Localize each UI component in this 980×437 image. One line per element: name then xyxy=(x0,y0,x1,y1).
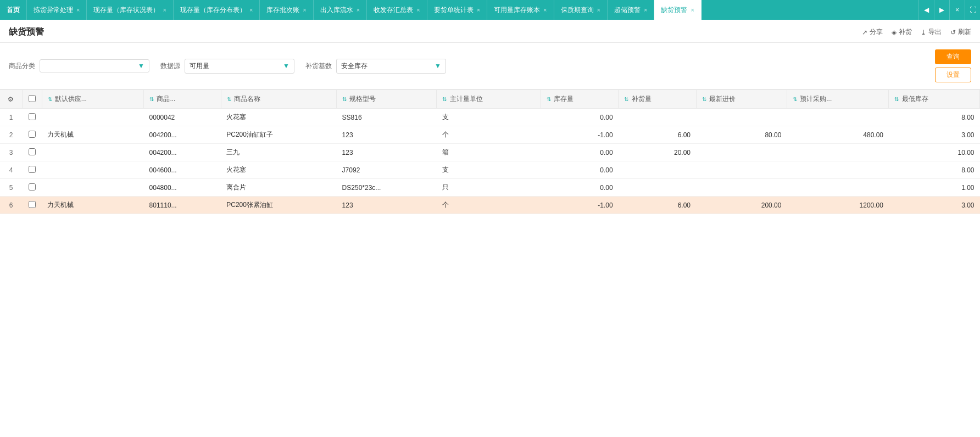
tab-nav-buttons: ◀ ▶ × ⛶ xyxy=(918,0,980,20)
col-spec[interactable]: ⇅ 规格型号 xyxy=(337,90,437,109)
tab-next-button[interactable]: ▶ xyxy=(934,0,949,20)
row-latest-price xyxy=(696,161,787,179)
row-product-code: 004800... xyxy=(144,179,221,197)
col-settings[interactable]: ⚙ xyxy=(0,90,22,109)
settings-button[interactable]: 设置 xyxy=(935,68,971,82)
tab-collect[interactable]: 收发存汇总表 × xyxy=(367,0,427,20)
row-checkbox[interactable] xyxy=(29,148,36,155)
share-button[interactable]: ↗ 分享 xyxy=(862,27,883,37)
row-checkbox-cell[interactable] xyxy=(22,109,42,126)
tab-overstock[interactable]: 超储预警 × xyxy=(608,0,654,20)
row-product-name: 火花塞 xyxy=(221,161,336,179)
row-latest-price: 80.00 xyxy=(696,126,787,144)
tab-inventory-dist-close[interactable]: × xyxy=(249,7,253,13)
tab-abnormal[interactable]: 拣货异常处理 × xyxy=(27,0,87,20)
tab-collect-close[interactable]: × xyxy=(416,7,420,13)
row-checkbox[interactable] xyxy=(29,183,36,191)
row-stock: 0.00 xyxy=(541,161,618,179)
tab-inventory-status-label: 现存量（库存状况表） xyxy=(93,5,159,15)
row-checkbox-cell[interactable] xyxy=(22,144,42,161)
row-checkbox[interactable] xyxy=(29,131,36,138)
tab-abnormal-label: 拣货异常处理 xyxy=(34,5,73,15)
col-replenish-qty[interactable]: ⇅ 补货量 xyxy=(619,90,696,109)
col-forecast-purchase[interactable]: ⇅ 预计采购... xyxy=(787,90,889,109)
col-supplier-label: 默认供应... xyxy=(55,95,87,103)
filter-datasource-group: 数据源 可用量 ▼ xyxy=(160,59,294,74)
tab-requisition[interactable]: 要货单统计表 × xyxy=(427,0,487,20)
tab-requisition-label: 要货单统计表 xyxy=(434,5,474,15)
table-settings-icon[interactable]: ⚙ xyxy=(8,96,14,103)
row-checkbox-cell[interactable] xyxy=(22,126,42,144)
replenish-base-value: 安全库存 xyxy=(341,61,368,71)
tab-home[interactable]: 首页 xyxy=(0,0,27,20)
share-label: 分享 xyxy=(870,27,883,37)
col-product-code[interactable]: ⇅ 商品... xyxy=(144,90,221,109)
col-product-name-label: 商品名称 xyxy=(234,95,260,103)
row-replenish-qty: 6.00 xyxy=(619,197,696,214)
tab-inventory-status[interactable]: 现存量（库存状况表） × xyxy=(87,0,173,20)
row-stock: 0.00 xyxy=(541,109,618,126)
row-checkbox[interactable] xyxy=(29,166,36,173)
replenish-base-select[interactable]: 安全库存 ▼ xyxy=(336,59,446,74)
filter-category-group: 商品分类 ▼ xyxy=(9,59,149,72)
refresh-label: 刷新 xyxy=(958,27,971,37)
row-checkbox-cell[interactable] xyxy=(22,161,42,179)
table-row: 3 004200... 三九 123 箱 0.00 20.00 10.00 xyxy=(0,144,980,161)
row-unit: 支 xyxy=(437,109,541,126)
row-checkbox-cell[interactable] xyxy=(22,179,42,197)
row-number: 4 xyxy=(0,161,22,179)
tab-available-close[interactable]: × xyxy=(543,7,547,13)
tab-batch-account-close[interactable]: × xyxy=(303,7,306,13)
tab-shortage[interactable]: 缺货预警 × xyxy=(654,0,701,20)
replenish-button[interactable]: ◈ 补货 xyxy=(892,27,912,37)
row-spec: SS816 xyxy=(337,109,437,126)
col-min-stock-label: 最低库存 xyxy=(902,95,928,103)
tab-inventory-status-close[interactable]: × xyxy=(163,7,166,13)
header-actions: ↗ 分享 ◈ 补货 ⤓ 导出 ↺ 刷新 xyxy=(862,27,971,37)
tab-expiry[interactable]: 保质期查询 × xyxy=(554,0,608,20)
row-replenish-qty xyxy=(619,161,696,179)
tab-batch-account[interactable]: 库存批次账 × xyxy=(260,0,313,20)
table-row: 2 力天机械 004200... PC200油缸缸子 123 个 -1.00 6… xyxy=(0,126,980,144)
export-button[interactable]: ⤓ 导出 xyxy=(921,27,942,37)
row-checkbox-cell[interactable] xyxy=(22,197,42,214)
col-unit[interactable]: ⇅ 主计量单位 xyxy=(437,90,541,109)
tab-requisition-close[interactable]: × xyxy=(477,7,480,13)
tab-close-all-button[interactable]: × xyxy=(949,0,965,20)
col-min-stock[interactable]: ⇅ 最低库存 xyxy=(889,90,980,109)
tab-flow[interactable]: 出入库流水 × xyxy=(314,0,367,20)
tab-shortage-close[interactable]: × xyxy=(691,7,694,13)
sort-icon: ⇅ xyxy=(442,96,447,102)
row-product-code: 004600... xyxy=(144,161,221,179)
tab-expand-button[interactable]: ⛶ xyxy=(965,0,980,20)
row-forecast-purchase: 1200.00 xyxy=(787,197,889,214)
refresh-button[interactable]: ↺ 刷新 xyxy=(950,27,971,37)
row-latest-price xyxy=(696,109,787,126)
category-select[interactable]: ▼ xyxy=(40,59,149,72)
datasource-select[interactable]: 可用量 ▼ xyxy=(185,59,294,74)
tab-collect-label: 收发存汇总表 xyxy=(374,5,413,15)
tab-prev-button[interactable]: ◀ xyxy=(918,0,934,20)
tab-abnormal-close[interactable]: × xyxy=(76,7,80,13)
row-supplier xyxy=(42,179,144,197)
tab-expiry-close[interactable]: × xyxy=(597,7,600,13)
row-forecast-purchase xyxy=(787,179,889,197)
query-button[interactable]: 查询 xyxy=(935,49,971,64)
category-label: 商品分类 xyxy=(9,61,35,71)
row-checkbox[interactable] xyxy=(29,201,36,208)
col-supplier[interactable]: ⇅ 默认供应... xyxy=(42,90,144,109)
col-product-name[interactable]: ⇅ 商品名称 xyxy=(221,90,336,109)
row-number: 1 xyxy=(0,109,22,126)
col-latest-price[interactable]: ⇅ 最新进价 xyxy=(696,90,787,109)
tab-inventory-dist[interactable]: 现存量（库存分布表） × xyxy=(174,0,260,20)
tab-overstock-close[interactable]: × xyxy=(644,7,647,13)
col-stock[interactable]: ⇅ 库存量 xyxy=(541,90,618,109)
row-number: 3 xyxy=(0,144,22,161)
replenish-base-chevron-icon: ▼ xyxy=(435,62,441,70)
refresh-icon: ↺ xyxy=(950,29,956,36)
tab-flow-close[interactable]: × xyxy=(357,7,360,13)
select-all-checkbox[interactable] xyxy=(29,95,36,102)
tab-available[interactable]: 可用量库存账本 × xyxy=(487,0,554,20)
col-forecast-purchase-label: 预计采购... xyxy=(800,95,832,103)
row-checkbox[interactable] xyxy=(29,113,36,120)
